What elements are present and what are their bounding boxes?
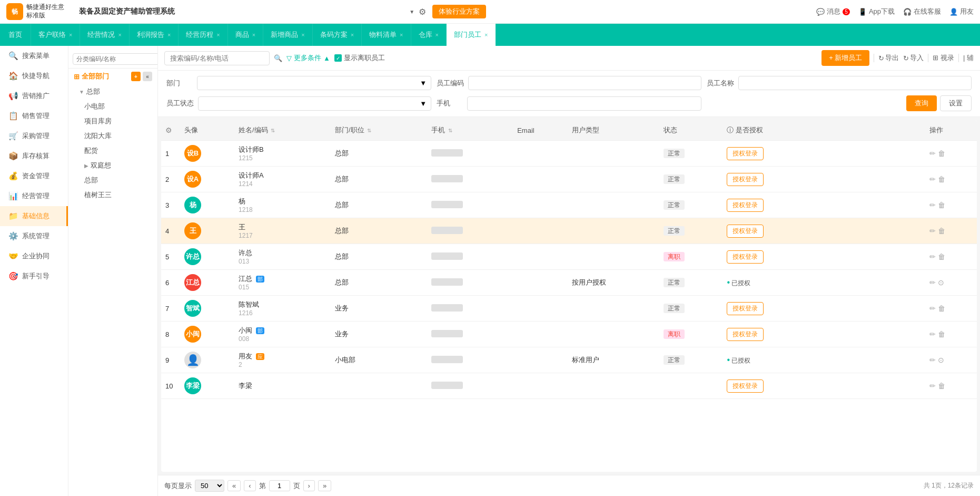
close-icon[interactable]: × [435,32,439,38]
delete-button[interactable]: 🗑 [938,227,945,235]
settings-icon[interactable]: ⚙ [165,126,172,134]
sidebar-item-sales[interactable]: 📋 销售管理 [0,106,68,126]
tab-profit[interactable]: 利润报告 × [130,24,179,46]
col-settings[interactable]: ⚙ [161,120,180,141]
trial-button[interactable]: 体验行业方案 [432,5,486,18]
search-input[interactable] [164,51,270,65]
page-size-select[interactable]: 50 100 200 [195,480,224,492]
close-icon[interactable]: × [301,32,304,38]
add-employee-button[interactable]: + 新增员工 [821,50,869,66]
status-select[interactable]: ▼ [198,96,431,111]
tab-process[interactable]: 经营历程 × [179,24,227,46]
close-icon[interactable]: × [484,32,488,38]
tab-goods[interactable]: 商品 × [228,24,263,46]
query-button[interactable]: 查询 [906,95,937,111]
close-icon[interactable]: × [167,32,171,38]
edit-button[interactable]: ✏ [929,149,936,158]
more-filter-button[interactable]: ▽ 更多条件 ▲ [286,53,330,63]
dept-collapse-icon[interactable]: « [143,72,152,81]
auth-button[interactable]: 授权登录 [727,250,764,264]
auth-button[interactable]: 授权登录 [727,147,764,160]
dept-node-project[interactable]: 项目库房 [68,114,157,129]
phone-input[interactable] [467,96,701,111]
sidebar-item-marketing[interactable]: 📢 营销推广 [0,86,68,106]
close-icon[interactable]: × [400,32,403,38]
delete-button[interactable]: 🗑 [938,382,945,390]
close-icon[interactable]: × [69,32,72,38]
tab-staff[interactable]: 部门员工 × [447,24,496,46]
dept-node-zhishu[interactable]: 植树王三 [68,188,157,202]
delete-button[interactable]: 🗑 [938,175,945,183]
auth-button[interactable]: 授权登录 [727,302,764,315]
delete-button[interactable]: 🗑 [938,330,945,338]
sidebar-item-operation[interactable]: 📊 经营管理 [0,186,68,206]
sidebar-item-guide[interactable]: 🎯 新手引导 [0,266,68,286]
dept-node-zongbu2[interactable]: 总部 [68,173,157,188]
auth-button[interactable]: 授权登录 [727,328,764,341]
show-resigned-check[interactable]: ✓ 显示离职员工 [334,53,385,63]
auth-button[interactable]: 授权登录 [727,380,764,393]
sidebar-item-collab[interactable]: 🤝 企业协同 [0,246,68,266]
auth-button[interactable]: 授权登录 [727,225,764,238]
tab-new-goods[interactable]: 新增商品 × [263,24,312,46]
system-title-arrow[interactable]: ▼ [409,9,414,15]
close-icon[interactable]: × [118,32,121,38]
col-name[interactable]: 姓名/编码 ⇅ [234,120,331,141]
dept-select[interactable]: ▼ [197,76,431,90]
page-input[interactable] [269,480,290,491]
tab-home[interactable]: 首页 [0,24,31,46]
set-button[interactable]: 设置 [940,95,972,111]
prev-page-button[interactable]: ‹ [244,480,255,491]
dept-node-shenyang[interactable]: 沈阳大库 [68,129,157,143]
tab-warehouse[interactable]: 仓库 × [411,24,447,46]
delete-button[interactable]: 🗑 [938,252,945,261]
search-button[interactable]: 🔍 [274,54,282,62]
edit-button[interactable]: ✏ [929,356,936,364]
edit-button[interactable]: ✏ [929,330,936,338]
tab-customer[interactable]: 客户联络 × [31,24,80,46]
emp-name-input[interactable] [738,76,972,90]
auth-button[interactable]: 授权登录 [727,173,764,186]
dept-node-xiaodian[interactable]: 小电部 [68,99,157,114]
sidebar-item-nav[interactable]: 🏠 快捷导航 [0,66,68,86]
dept-add-icon[interactable]: + [131,72,141,81]
view-button[interactable]: ⊞ 视录 [933,53,954,63]
auth-button[interactable]: 授权登录 [727,199,764,212]
delete-button[interactable]: 🗑 [938,201,945,209]
edit-button[interactable]: ✏ [929,175,936,183]
last-page-button[interactable]: » [318,480,331,491]
copy-button[interactable]: ⊙ [938,356,944,364]
sidebar-item-finance[interactable]: 💰 资金管理 [0,166,68,186]
edit-button[interactable]: ✏ [929,304,936,313]
sidebar-item-inventory[interactable]: 📦 库存核算 [0,146,68,166]
dept-node-peihuo[interactable]: 配货 [68,143,157,158]
close-icon[interactable]: × [216,32,220,38]
message-action[interactable]: 💬 消息 5 [816,7,850,16]
sidebar-item-basic[interactable]: 📁 基础信息 [0,206,68,226]
next-page-button[interactable]: › [303,480,315,491]
close-icon[interactable]: × [351,32,354,38]
edit-button[interactable]: ✏ [929,278,936,287]
tab-business[interactable]: 经营情况 × [80,24,129,46]
online-service-action[interactable]: 🎧 在线客服 [903,7,941,16]
extra-button[interactable]: | 辅 [963,53,974,63]
dept-node-zongbu[interactable]: ▼ 总部 [68,84,157,99]
first-page-button[interactable]: « [227,480,241,491]
edit-button[interactable]: ✏ [929,252,936,261]
sidebar-item-search[interactable]: 🔍 搜索菜单 [0,46,68,66]
delete-button[interactable]: 🗑 [938,304,945,313]
export-button[interactable]: ↻ 导出 [878,53,899,63]
edit-button[interactable]: ✏ [929,227,936,235]
close-icon[interactable]: × [252,32,255,38]
tab-barcode[interactable]: 条码方案 × [313,24,362,46]
user-action[interactable]: 👤 用友 [949,7,974,16]
app-download-action[interactable]: 📱 App下载 [858,7,895,16]
edit-button[interactable]: ✏ [929,382,936,390]
import-button[interactable]: ↻ 导入 [903,53,924,63]
col-dept[interactable]: 部门/职位 ⇅ [331,120,427,141]
sidebar-item-system[interactable]: ⚙️ 系统管理 [0,226,68,246]
tab-bom[interactable]: 物料清单 × [362,24,411,46]
sidebar-item-purchase[interactable]: 🛒 采购管理 [0,126,68,146]
dept-search-input[interactable] [73,53,158,65]
dept-node-shuangting[interactable]: ▶ 双庭想 [68,158,157,173]
